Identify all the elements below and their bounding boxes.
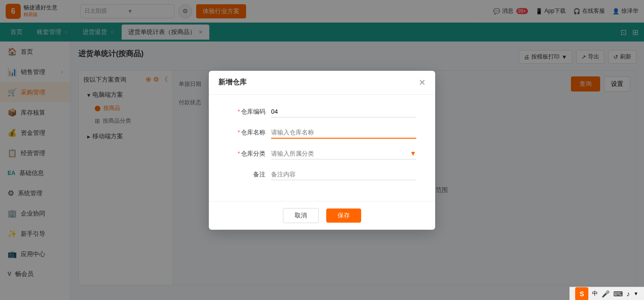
category-input[interactable] (271, 148, 410, 159)
remark-label: 备注 (228, 170, 265, 179)
keyboard-icon: ⌨ (613, 290, 623, 298)
more-icon: ▼ (634, 291, 638, 296)
save-button[interactable]: 保存 (326, 208, 361, 223)
name-input[interactable] (271, 127, 416, 139)
category-label: *仓库分类 (228, 150, 265, 158)
status-bar: S 中 🎤 ⌨ ♪ ▼ (570, 287, 644, 300)
remark-input[interactable] (271, 169, 416, 180)
music-icon: ♪ (627, 290, 630, 298)
form-row-category: *仓库分类 ▼ (228, 148, 416, 159)
s-logo: S (575, 287, 588, 300)
name-label: *仓库名称 (228, 128, 265, 137)
cancel-button[interactable]: 取消 (283, 208, 319, 223)
dialog-header: 新增仓库 ✕ (209, 71, 435, 95)
code-label: *仓库编码 (228, 108, 265, 116)
code-input[interactable] (271, 106, 416, 117)
category-select-wrapper[interactable]: ▼ (271, 148, 416, 159)
form-row-name: *仓库名称 (228, 127, 416, 139)
dialog-body: *仓库编码 *仓库名称 *仓库分类 ▼ (209, 95, 435, 201)
dialog-title: 新增仓库 (218, 78, 247, 87)
form-row-code: *仓库编码 (228, 106, 416, 117)
lang-zh: 中 (592, 290, 598, 298)
mic-icon: 🎤 (602, 290, 610, 298)
dialog-new-warehouse: 新增仓库 ✕ *仓库编码 *仓库名称 *仓库分类 (209, 71, 435, 230)
category-dropdown-icon: ▼ (410, 150, 416, 157)
dialog-close-icon[interactable]: ✕ (419, 77, 426, 88)
form-row-remark: 备注 (228, 169, 416, 180)
dialog-footer: 取消 保存 (209, 201, 435, 230)
overlay: 新增仓库 ✕ *仓库编码 *仓库名称 *仓库分类 (0, 0, 644, 300)
